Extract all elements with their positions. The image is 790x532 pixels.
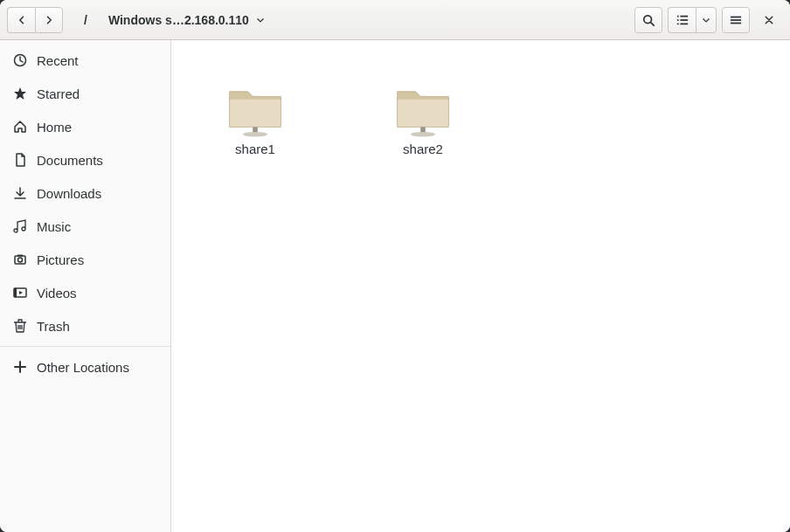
path-root[interactable]: / [75, 8, 96, 32]
file-manager-window: / Windows s…2.168.0.110 [0, 0, 790, 532]
sidebar-item-videos[interactable]: Videos [0, 276, 170, 309]
chevron-left-icon [17, 15, 27, 25]
downloads-icon [12, 186, 28, 200]
content-view[interactable]: share1 share2 [171, 40, 790, 532]
view-options-button[interactable] [696, 7, 717, 33]
sidebar-item-label: Home [37, 120, 72, 135]
svg-rect-13 [17, 255, 23, 257]
svg-rect-8 [731, 19, 741, 21]
pictures-icon [12, 252, 28, 266]
network-folder-icon [213, 54, 297, 138]
pathbar: / Windows s…2.168.0.110 [75, 8, 274, 32]
sidebar-item-label: Videos [37, 286, 77, 301]
videos-icon [12, 286, 28, 300]
sidebar-item-label: Recent [37, 53, 79, 68]
close-button[interactable] [755, 7, 783, 33]
sidebar-item-starred[interactable]: Starred [0, 77, 170, 110]
search-icon [642, 14, 655, 26]
close-icon [764, 15, 774, 25]
icons-grid: share1 share2 [171, 54, 790, 156]
sidebar-item-label: Pictures [37, 252, 84, 267]
sidebar: Recent Starred Home Documents Downloads … [0, 40, 171, 532]
folder-item[interactable]: share1 [171, 54, 339, 156]
svg-rect-3 [676, 19, 678, 21]
folder-item[interactable]: share2 [339, 54, 507, 156]
chevron-down-icon [256, 16, 265, 24]
sidebar-item-music[interactable]: Music [0, 210, 170, 243]
folder-label: share1 [235, 142, 275, 156]
svg-point-12 [18, 258, 23, 262]
view-toggle-button[interactable] [668, 7, 696, 33]
home-icon [12, 120, 28, 134]
svg-rect-15 [14, 288, 17, 297]
svg-rect-7 [731, 16, 741, 17]
nav-buttons [7, 7, 63, 33]
sidebar-item-label: Starred [37, 86, 80, 101]
sidebar-item-label: Music [37, 219, 71, 234]
sidebar-item-label: Other Locations [37, 360, 129, 375]
clock-icon [12, 53, 28, 67]
folder-label: share2 [403, 142, 443, 156]
svg-rect-9 [731, 22, 741, 24]
hamburger-menu-button[interactable] [722, 7, 750, 33]
svg-rect-2 [680, 15, 688, 17]
path-current[interactable]: Windows s…2.168.0.110 [100, 8, 274, 32]
svg-point-19 [411, 132, 435, 137]
svg-point-17 [243, 132, 267, 137]
svg-rect-4 [680, 19, 688, 21]
svg-rect-1 [676, 15, 678, 17]
star-icon [12, 86, 28, 100]
sidebar-separator [0, 346, 170, 347]
sidebar-item-label: Documents [37, 153, 103, 168]
list-view-icon [676, 14, 689, 26]
sidebar-item-home[interactable]: Home [0, 110, 170, 143]
sidebar-item-label: Trash [37, 319, 70, 334]
svg-rect-6 [680, 23, 688, 24]
main-area: Recent Starred Home Documents Downloads … [0, 40, 790, 532]
sidebar-item-recent[interactable]: Recent [0, 44, 170, 77]
sidebar-item-pictures[interactable]: Pictures [0, 243, 170, 276]
path-current-label: Windows s…2.168.0.110 [108, 13, 249, 27]
sidebar-item-other-locations[interactable]: Other Locations [0, 350, 170, 383]
music-icon [12, 219, 28, 233]
trash-icon [12, 319, 28, 333]
chevron-down-icon [702, 16, 710, 24]
sidebar-item-documents[interactable]: Documents [0, 143, 170, 176]
search-button[interactable] [634, 7, 662, 33]
svg-rect-5 [676, 23, 678, 24]
plus-icon [12, 360, 28, 374]
titlebar: / Windows s…2.168.0.110 [0, 0, 790, 40]
documents-icon [12, 153, 28, 167]
hamburger-icon [730, 14, 742, 26]
chevron-right-icon [44, 15, 54, 25]
sidebar-item-trash[interactable]: Trash [0, 309, 170, 342]
back-button[interactable] [7, 7, 35, 33]
view-buttons [668, 7, 717, 33]
sidebar-item-label: Downloads [37, 186, 101, 201]
forward-button[interactable] [35, 7, 63, 33]
network-folder-icon [381, 54, 465, 138]
sidebar-item-downloads[interactable]: Downloads [0, 176, 170, 210]
